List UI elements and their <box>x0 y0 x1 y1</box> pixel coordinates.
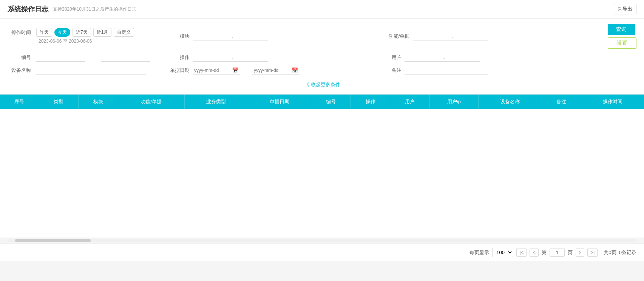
per-page-label: 每页显示 <box>469 249 489 256</box>
prev-page-button[interactable]: < <box>530 248 539 257</box>
export-button[interactable]: ⎘ 导出 <box>614 4 636 14</box>
col-op: 操作 <box>351 95 390 109</box>
time-btn-1month[interactable]: 近1月 <box>93 28 112 37</box>
calendar-start-icon[interactable]: 📅 <box>232 67 238 73</box>
col-device: 设备名称 <box>478 95 542 109</box>
no-label: 编号 <box>8 54 34 61</box>
total-label: 共0页, 0条记录 <box>604 249 636 256</box>
col-no: 序号 <box>0 95 39 109</box>
op-label: 操作 <box>166 54 193 61</box>
date-range: 📅 — 📅 <box>193 67 300 75</box>
col-func: 功能/单据 <box>118 95 184 109</box>
device-label: 设备名称 <box>8 67 34 74</box>
date-end-input[interactable] <box>254 68 292 73</box>
export-icon: ⎘ <box>618 6 621 12</box>
page-num-input[interactable] <box>550 248 565 257</box>
filter-section: 操作时间 昨天 今天 近7天 近1月 自定义 2023-06-06 至 2023… <box>0 19 644 95</box>
per-page-select[interactable]: 100 50 200 <box>492 248 513 257</box>
scroll-track[interactable] <box>8 239 636 242</box>
func-select[interactable]: ⌄ <box>413 32 488 40</box>
func-chevron-icon: ⌄ <box>451 33 487 39</box>
time-label: 操作时间 <box>8 29 34 36</box>
calendar-end-icon[interactable]: 📅 <box>292 67 298 73</box>
no-separator: — <box>91 55 96 61</box>
collapse-row[interactable]: 《 收起更多条件 <box>8 79 636 89</box>
col-remark: 备注 <box>542 95 581 109</box>
date-start-input[interactable] <box>194 68 232 73</box>
user-select[interactable]: ⌄ <box>405 53 480 62</box>
query-button[interactable]: 查询 <box>608 24 635 35</box>
page-end-label: 页 <box>568 249 573 256</box>
last-page-button[interactable]: >| <box>587 248 598 257</box>
col-op-time: 操作时间 <box>581 95 644 109</box>
table-header: 序号 类型 模块 功能/单据 业务类型 单据日期 编号 操作 用户 用户ip 设… <box>0 95 644 109</box>
table-section: 序号 类型 模块 功能/单据 业务类型 单据日期 编号 操作 用户 用户ip 设… <box>0 95 644 238</box>
time-range-text: 2023-06-06 至 2023-06-06 <box>39 39 92 44</box>
scroll-thumb[interactable] <box>15 239 91 242</box>
collapse-label: 收起更多条件 <box>311 81 340 88</box>
filter-row-2: 编号 — 操作 ⌄ 用户 ⌄ <box>8 53 636 62</box>
date-start-wrap: 📅 <box>193 67 240 75</box>
user-label: 用户 <box>378 54 405 61</box>
func-label: 功能/单据 <box>386 33 413 40</box>
col-doc-date: 单据日期 <box>248 95 311 109</box>
time-btn-yesterday[interactable]: 昨天 <box>36 28 52 37</box>
page-label: 第 <box>542 249 547 256</box>
col-no-num: 编号 <box>311 95 351 109</box>
next-page-button[interactable]: > <box>576 248 585 257</box>
collapse-icon: 《 <box>304 81 309 88</box>
user-chevron-icon: ⌄ <box>442 54 479 60</box>
first-page-button[interactable]: |< <box>516 248 527 257</box>
module-label: 模块 <box>166 33 193 40</box>
col-user: 用户 <box>390 95 429 109</box>
time-filter-group: 昨天 今天 近7天 近1月 自定义 <box>36 28 134 37</box>
time-btn-custom[interactable]: 自定义 <box>114 28 134 37</box>
page-header: 系统操作日志 支持2020年10月31日之后产生的操作日志 ⎘ 导出 <box>0 0 644 19</box>
date-separator: — <box>244 68 249 73</box>
filter-row-1: 操作时间 昨天 今天 近7天 近1月 自定义 2023-06-06 至 2023… <box>8 24 636 49</box>
col-biz-type: 业务类型 <box>185 95 248 109</box>
table-header-row: 序号 类型 模块 功能/单据 业务类型 单据日期 编号 操作 用户 用户ip 设… <box>0 95 644 109</box>
col-type: 类型 <box>39 95 78 109</box>
settings-button[interactable]: 设置 <box>608 37 636 49</box>
module-select[interactable]: ⌄ <box>193 32 268 40</box>
page-title: 系统操作日志 <box>8 5 48 14</box>
device-input[interactable] <box>36 66 146 75</box>
date-end-wrap: 📅 <box>252 67 300 75</box>
module-chevron-icon: ⌄ <box>230 33 267 39</box>
time-btn-7days[interactable]: 近7天 <box>73 28 91 37</box>
op-chevron-icon: ⌄ <box>230 54 267 60</box>
no-input-end[interactable] <box>101 53 150 62</box>
col-user-ip: 用户ip <box>429 95 478 109</box>
remark-label: 备注 <box>378 67 405 74</box>
page-subtitle: 支持2020年10月31日之后产生的操作日志 <box>53 6 136 12</box>
no-input-start[interactable] <box>36 53 85 62</box>
remark-input[interactable] <box>405 66 488 75</box>
pagination-bar: 每页显示 100 50 200 |< < 第 页 > >| 共0页, 0条记录 <box>0 244 644 261</box>
col-module: 模块 <box>79 95 118 109</box>
data-table: 序号 类型 模块 功能/单据 业务类型 单据日期 编号 操作 用户 用户ip 设… <box>0 95 644 109</box>
export-label: 导出 <box>622 6 632 12</box>
time-btn-today[interactable]: 今天 <box>54 28 70 37</box>
doc-date-label: 单据日期 <box>166 67 193 74</box>
filter-row-3: 设备名称 单据日期 📅 — 📅 备注 <box>8 66 636 75</box>
op-select[interactable]: ⌄ <box>193 53 268 62</box>
